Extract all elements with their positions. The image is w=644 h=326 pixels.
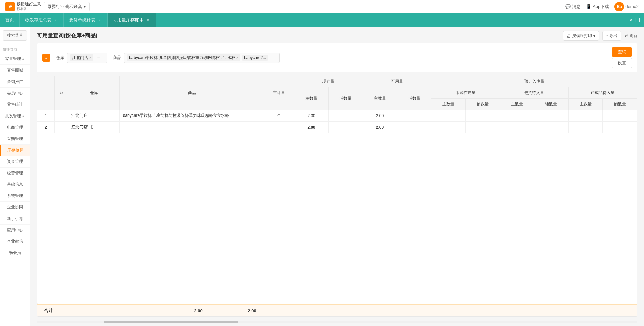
- sidebar-item-member[interactable]: 会员中心: [0, 88, 30, 99]
- sidebar-item-retail-mall[interactable]: 零售商城: [0, 65, 30, 76]
- table-container[interactable]: ⚙ 仓库 商品 主计量 现存量 可用量 预计入库量 主数量 辅数量 主数量 辅数…: [37, 76, 637, 304]
- th-inc-main: 主数量: [500, 99, 534, 110]
- tab-home[interactable]: 首页: [0, 13, 20, 27]
- th-inc-aux: 辅数量: [534, 99, 568, 110]
- warehouse-input[interactable]: 江北门店 × ···: [67, 53, 107, 63]
- table-row: 1 江北门店 babycare学饮杯 儿童防摔防撞吸管杯重力球吸嘴杯宝宝水杯 个…: [37, 110, 637, 122]
- sidebar-item-newbie[interactable]: 新手引导: [0, 213, 30, 225]
- sidebar-item-system[interactable]: 系统管理: [0, 190, 30, 202]
- th-main-unit: 主计量: [264, 76, 294, 110]
- td-avail-main-2: 2.00: [363, 122, 397, 133]
- table-row: 2 江北门店 【... 2.00 2.00: [37, 122, 637, 133]
- sidebar-item-marketing[interactable]: 营销推广: [0, 76, 30, 88]
- sidebar-item-operations[interactable]: 经营管理: [0, 168, 30, 179]
- warehouse-tag-text: 江北门店: [72, 55, 88, 61]
- warehouse-ellipsis[interactable]: ···: [95, 55, 102, 61]
- tab-available-stock-close[interactable]: ×: [146, 18, 150, 22]
- th-available: 可用量: [363, 76, 431, 87]
- header-left: 好 畅捷通好生意 标准版 母婴行业演示账套 ▾: [5, 2, 90, 12]
- username-label: demo2: [625, 4, 639, 9]
- message-action[interactable]: 💬 消息: [565, 4, 581, 10]
- td-warehouse-1: 江北门店: [68, 110, 119, 122]
- print-icon: 🖨: [567, 34, 571, 38]
- footer-label: 合计: [41, 308, 108, 314]
- td-stock-main-2: 2.00: [294, 122, 328, 133]
- tab-available-stock[interactable]: 可用量库存账本 ×: [108, 13, 156, 27]
- sidebar-item-retail-stats[interactable]: 零售统计: [0, 99, 30, 110]
- message-icon: 💬: [565, 4, 571, 9]
- app-logo-icon: 好: [5, 2, 15, 11]
- sidebar-item-collab[interactable]: 企业协同: [0, 202, 30, 213]
- tab-order-stats-close[interactable]: ×: [97, 18, 102, 22]
- sidebar-item-operations-label: 经营管理: [7, 170, 23, 176]
- page-title: 可用量查询(按仓库+商品): [37, 32, 97, 39]
- warehouse-field: 仓库 江北门店 × ···: [56, 53, 107, 63]
- sidebar-search-button[interactable]: 搜索菜单: [3, 30, 27, 41]
- sidebar-item-finance[interactable]: 资金管理: [0, 156, 30, 168]
- sidebar-item-inventory-label: 库存核算: [7, 147, 23, 153]
- td-stock-aux-2: [328, 122, 363, 133]
- app-download-action[interactable]: 📱 App下载: [586, 4, 609, 10]
- th-prod-aux: 辅数量: [603, 99, 637, 110]
- app-edition: 标准版: [17, 7, 41, 11]
- product-input[interactable]: babycare学饮杯 儿童防摔防撞吸管杯重力球吸嘴杯宝宝水杯 × babyca…: [124, 53, 280, 63]
- sidebar-item-finance-label: 资金管理: [7, 159, 23, 165]
- sidebar-item-wholesale-label: 批发管理: [5, 113, 21, 119]
- footer-values: 2.00 2.00: [108, 308, 634, 313]
- th-settings[interactable]: ⚙: [54, 76, 68, 110]
- product-tag-1: babycare学饮杯 儿童防摔防撞吸管杯重力球吸嘴杯宝宝水杯 ×: [127, 54, 240, 61]
- th-avail-main: 主数量: [363, 87, 397, 110]
- sidebar-item-marketing-label: 营销推广: [7, 79, 23, 85]
- tab-stock-summary[interactable]: 收发存汇总表 ×: [20, 13, 64, 27]
- expand-search-button[interactable]: »: [42, 54, 50, 62]
- td-prod-main-1: [569, 110, 603, 122]
- product-ellipsis[interactable]: ···: [269, 55, 277, 61]
- export-button[interactable]: ↑ 导出: [602, 31, 621, 41]
- sidebar-item-retail-mgmt[interactable]: 零售管理 ▲: [0, 53, 30, 65]
- th-pur-main: 主数量: [431, 99, 466, 110]
- close-window-icon[interactable]: ×: [630, 17, 633, 23]
- warehouse-tag-remove[interactable]: ×: [89, 56, 91, 60]
- tab-stock-summary-close[interactable]: ×: [53, 18, 58, 22]
- td-avail-main-1: 2.00: [363, 110, 397, 122]
- print-template-button[interactable]: 🖨 按模板打印 ▾: [563, 31, 599, 41]
- sidebar-item-wholesale[interactable]: 批发管理 ▲: [0, 110, 30, 122]
- print-dropdown-icon: ▾: [593, 34, 595, 38]
- sidebar-item-inventory[interactable]: 库存核算: [0, 145, 30, 156]
- td-seq-1: 1: [37, 110, 54, 122]
- refresh-button[interactable]: ↺ 刷新: [625, 33, 637, 39]
- sidebar-item-purchase[interactable]: 采购管理: [0, 133, 30, 145]
- tab-available-stock-label: 可用量库存账本: [113, 17, 144, 23]
- sidebar-item-vip[interactable]: 畅会员: [0, 247, 30, 259]
- td-product-1: babycare学饮杯 儿童防摔防撞吸管杯重力球吸嘴杯宝宝水杯: [119, 110, 264, 122]
- td-stock-main-1: 2.00: [294, 110, 328, 122]
- print-label: 按模板打印: [572, 33, 592, 39]
- td-unit-1: 个: [264, 110, 294, 122]
- sidebar-item-ecom[interactable]: 电商管理: [0, 122, 30, 133]
- nav-tabs-right: × ❐: [626, 13, 644, 27]
- logo-area: 好 畅捷通好生意 标准版: [5, 2, 41, 12]
- industry-selector[interactable]: 母婴行业演示账套 ▾: [44, 2, 90, 11]
- query-button[interactable]: 查询: [612, 47, 632, 57]
- product-tag-1-remove[interactable]: ×: [236, 56, 238, 60]
- sidebar-item-basics[interactable]: 基础信息: [0, 179, 30, 190]
- horizontal-scrollbar[interactable]: [37, 321, 637, 323]
- settings-button[interactable]: 设置: [612, 58, 632, 68]
- tab-order-stats[interactable]: 要货单统计表 ×: [64, 13, 108, 27]
- sidebar-item-ecom-label: 电商管理: [7, 125, 23, 130]
- sidebar-item-wechat-label: 企业微信: [7, 239, 23, 244]
- user-profile[interactable]: Ea demo2: [614, 2, 639, 11]
- sidebar-item-wechat[interactable]: 企业微信: [0, 236, 30, 247]
- sidebar-item-appcenter[interactable]: 应用中心: [0, 225, 30, 236]
- th-stock-main: 主数量: [294, 87, 328, 110]
- tab-order-stats-label: 要货单统计表: [69, 17, 95, 23]
- sidebar-item-newbie-label: 新手引导: [7, 216, 23, 222]
- app-name: 畅捷通好生意: [17, 2, 41, 7]
- th-planned-in: 预计入库量: [431, 76, 637, 87]
- sidebar-item-retail-stats-label: 零售统计: [7, 102, 23, 107]
- scrollbar-thumb[interactable]: [104, 321, 238, 323]
- restore-window-icon[interactable]: ❐: [635, 17, 640, 24]
- dropdown-icon: ▾: [84, 4, 86, 9]
- sidebar-item-retail-mall-label: 零售商城: [7, 67, 23, 73]
- th-incoming: 进货待入量: [500, 87, 568, 99]
